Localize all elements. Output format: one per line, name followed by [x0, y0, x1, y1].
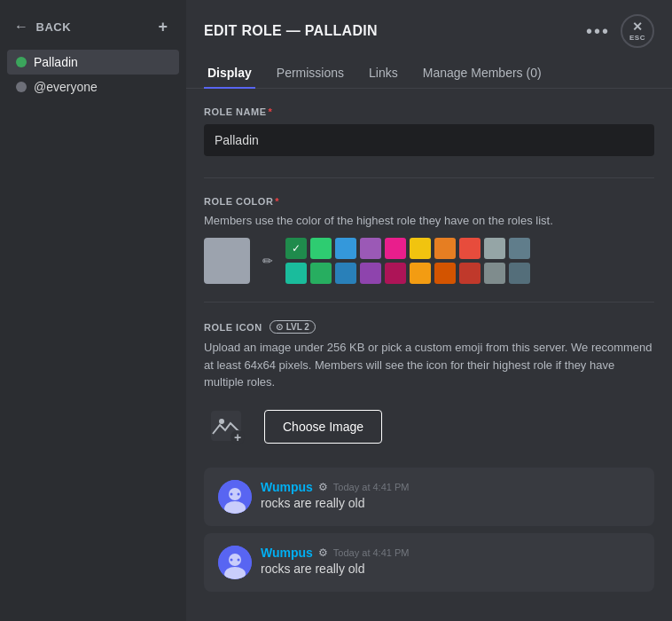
svg-text:+: + [234, 430, 241, 444]
role-color-desc: Members use the color of the highest rol… [204, 214, 654, 227]
color-grid-row-2 [285, 263, 530, 284]
back-label: BACK [36, 20, 72, 34]
preview-card-1: Wumpus ⚙ Today at 4:41 PM rocks are real… [204, 468, 654, 526]
back-arrow-icon: ← [14, 19, 29, 35]
message-text-1: rocks are really old [261, 496, 640, 510]
role-name-section: ROLE NAME* [204, 106, 654, 174]
role-name-input[interactable] [204, 124, 654, 156]
message-text-2: rocks are really old [261, 562, 640, 576]
message-username-1: Wumpus [261, 480, 313, 494]
color-swatch[interactable] [360, 238, 381, 259]
sidebar-item-palladin[interactable]: Palladin [7, 50, 179, 75]
color-swatch[interactable] [335, 238, 356, 259]
preview-section: Wumpus ⚙ Today at 4:41 PM rocks are real… [204, 468, 654, 592]
divider [204, 177, 654, 178]
sidebar-item-everyone[interactable]: @everyone [7, 75, 179, 99]
close-button[interactable]: ✕ ESC [621, 14, 654, 48]
color-swatch[interactable] [410, 238, 431, 259]
upload-icon-area[interactable]: + [204, 404, 250, 450]
color-swatch[interactable] [434, 238, 456, 259]
svg-point-1 [219, 419, 224, 424]
message-role-icon-1: ⚙ [318, 481, 328, 493]
message-role-icon-2: ⚙ [318, 546, 328, 559]
color-swatch[interactable] [285, 263, 307, 284]
close-x-icon: ✕ [632, 20, 643, 33]
svg-point-13 [238, 558, 240, 561]
message-time-1: Today at 4:41 PM [333, 482, 410, 492]
color-edit-icon[interactable]: ✏ [257, 250, 278, 271]
required-star: * [269, 106, 273, 117]
role-dot-teal [16, 57, 27, 67]
back-button[interactable]: ← BACK + [7, 14, 179, 39]
main-panel: EDIT ROLE — PALLADIN ••• ✕ ESC Display P… [186, 0, 672, 621]
message-content-2: Wumpus ⚙ Today at 4:41 PM rocks are real… [261, 546, 640, 576]
svg-point-7 [231, 492, 233, 495]
color-swatch[interactable] [459, 263, 481, 284]
tab-links[interactable]: Links [365, 59, 402, 89]
color-swatch[interactable] [434, 263, 456, 284]
svg-point-8 [238, 492, 240, 495]
role-color-label: ROLE COLOR* [204, 196, 654, 207]
divider-2 [204, 302, 654, 303]
header: EDIT ROLE — PALLADIN ••• ✕ ESC [186, 0, 672, 48]
color-swatch[interactable] [360, 263, 381, 284]
color-swatch[interactable] [385, 238, 406, 259]
color-swatch[interactable] [484, 238, 505, 259]
color-swatch[interactable] [310, 263, 332, 284]
role-dot-gray [16, 82, 27, 92]
message-header-1: Wumpus ⚙ Today at 4:41 PM [261, 480, 640, 494]
color-grid-row-1: ✓ [285, 238, 530, 259]
page-title: EDIT ROLE — PALLADIN [204, 23, 575, 39]
message-header-2: Wumpus ⚙ Today at 4:41 PM [261, 546, 640, 560]
preview-message-1: Wumpus ⚙ Today at 4:41 PM rocks are real… [218, 480, 640, 514]
add-image-icon: + [209, 409, 245, 444]
preview-message-2: Wumpus ⚙ Today at 4:41 PM rocks are real… [218, 546, 640, 579]
sidebar-item-label: @everyone [34, 80, 98, 94]
tab-permissions[interactable]: Permissions [273, 59, 348, 89]
svg-point-12 [231, 558, 233, 561]
color-swatch[interactable] [509, 238, 530, 259]
message-time-2: Today at 4:41 PM [333, 547, 410, 558]
sidebar-item-label: Palladin [34, 55, 78, 69]
content-area: ROLE NAME* ROLE COLOR* Members use the c… [186, 89, 672, 621]
role-icon-actions: + Choose Image [204, 404, 654, 450]
color-grid: ✓ [285, 238, 530, 284]
color-swatch[interactable] [459, 238, 481, 259]
role-icon-desc: Upload an image under 256 KB or pick a c… [204, 339, 654, 391]
tab-display[interactable]: Display [204, 59, 255, 89]
color-swatch[interactable] [310, 238, 332, 259]
tabs-bar: Display Permissions Links Manage Members… [186, 59, 672, 89]
avatar-2 [218, 546, 252, 579]
role-name-label: ROLE NAME* [204, 106, 654, 117]
esc-label: ESC [629, 34, 645, 42]
avatar-1 [218, 480, 252, 514]
sidebar: ← BACK + Palladin @everyone [0, 0, 186, 621]
message-username-2: Wumpus [261, 546, 313, 560]
lvl-icon: ⊙ [276, 322, 283, 332]
preview-card-2: Wumpus ⚙ Today at 4:41 PM rocks are real… [204, 533, 654, 592]
role-icon-header: ROLE ICON ⊙ LVL 2 [204, 320, 654, 334]
color-swatch[interactable] [385, 263, 406, 284]
color-swatch[interactable] [509, 263, 530, 284]
role-color-section: ROLE COLOR* Members use the color of the… [204, 196, 654, 284]
color-preview-swatch[interactable] [204, 238, 250, 284]
lvl-badge: ⊙ LVL 2 [270, 320, 316, 334]
add-role-button[interactable]: + [154, 18, 172, 35]
message-content-1: Wumpus ⚙ Today at 4:41 PM rocks are real… [261, 480, 640, 510]
color-swatch[interactable] [335, 263, 356, 284]
choose-image-button[interactable]: Choose Image [264, 410, 382, 444]
lvl-badge-text: LVL 2 [286, 322, 309, 332]
role-icon-section: ROLE ICON ⊙ LVL 2 Upload an image under … [204, 320, 654, 450]
color-row: ✏ ✓ [204, 238, 654, 284]
required-star-color: * [275, 196, 279, 207]
color-swatch[interactable] [410, 263, 431, 284]
tab-manage-members[interactable]: Manage Members (0) [419, 59, 545, 89]
more-options-button[interactable]: ••• [586, 22, 610, 40]
color-swatch[interactable]: ✓ [285, 238, 307, 259]
color-swatch[interactable] [484, 263, 505, 284]
role-icon-label: ROLE ICON [204, 322, 262, 333]
